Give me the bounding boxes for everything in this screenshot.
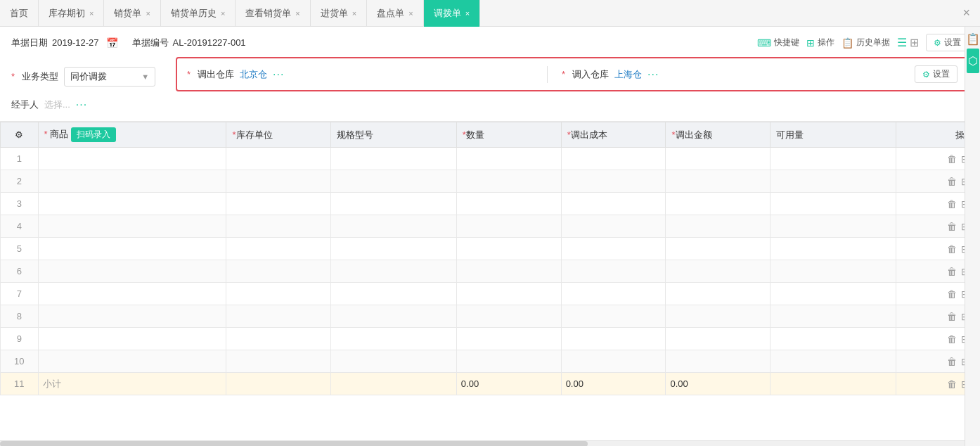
subtotal-delete-icon[interactable]: 🗑	[947, 378, 957, 390]
available-cell[interactable]	[771, 193, 896, 215]
cost-cell[interactable]	[561, 350, 666, 373]
unit-cell[interactable]	[226, 170, 331, 193]
qty-cell[interactable]	[456, 260, 561, 283]
in-warehouse-more-button[interactable]: ···	[647, 68, 659, 81]
row-delete-icon[interactable]: 🗑	[947, 198, 957, 210]
row-delete-icon[interactable]: 🗑	[947, 356, 957, 367]
product-cell[interactable]	[38, 260, 226, 283]
product-cell[interactable]	[38, 305, 226, 328]
spec-cell[interactable]	[331, 283, 457, 305]
product-cell[interactable]	[38, 148, 226, 170]
cost-cell[interactable]	[561, 305, 666, 328]
tab-purchase[interactable]: 进货单 ×	[311, 0, 367, 27]
row-delete-icon[interactable]: 🗑	[947, 153, 957, 165]
window-close-button[interactable]: ×	[955, 6, 977, 20]
spec-cell[interactable]	[331, 350, 457, 373]
product-cell[interactable]	[38, 170, 226, 193]
table-scroll-area[interactable]: ⚙ * 商品 扫码录入 *库存单位 规格型号 *数量 *调出	[0, 122, 980, 440]
amount-cell[interactable]	[666, 283, 771, 305]
tab-sales-order[interactable]: 销货单 ×	[104, 0, 160, 27]
row-delete-icon[interactable]: 🗑	[947, 176, 957, 187]
available-cell[interactable]	[771, 148, 896, 170]
unit-cell[interactable]	[226, 305, 331, 328]
out-warehouse-more-button[interactable]: ···	[273, 68, 284, 81]
warehouse-setting-button[interactable]: ⚙ 设置	[915, 65, 958, 83]
col-settings[interactable]: ⚙	[1, 122, 39, 148]
spec-cell[interactable]	[331, 193, 457, 215]
row-delete-icon[interactable]: 🗑	[947, 243, 957, 255]
spec-cell[interactable]	[331, 170, 457, 193]
handler-more-button[interactable]: ···	[76, 98, 87, 111]
unit-cell[interactable]	[226, 148, 331, 170]
available-cell[interactable]	[771, 238, 896, 260]
tab-inventory-init[interactable]: 库存期初 ×	[39, 0, 104, 27]
available-cell[interactable]	[771, 215, 896, 238]
unit-cell[interactable]	[226, 238, 331, 260]
qty-cell[interactable]	[456, 193, 561, 215]
unit-cell[interactable]	[226, 283, 331, 305]
amount-cell[interactable]	[666, 238, 771, 260]
amount-cell[interactable]	[666, 305, 771, 328]
qty-cell[interactable]	[456, 170, 561, 193]
layout-grid-icon[interactable]: ⊞	[910, 36, 919, 49]
business-type-select[interactable]: 同价调拨 ▼	[64, 67, 155, 87]
available-cell[interactable]	[771, 328, 896, 350]
qty-cell[interactable]	[456, 328, 561, 350]
product-cell[interactable]	[38, 328, 226, 350]
unit-cell[interactable]	[226, 215, 331, 238]
cost-cell[interactable]	[561, 148, 666, 170]
qty-cell[interactable]	[456, 148, 561, 170]
cost-cell[interactable]	[561, 215, 666, 238]
cost-cell[interactable]	[561, 238, 666, 260]
amount-cell[interactable]	[666, 260, 771, 283]
spec-cell[interactable]	[331, 148, 457, 170]
cost-cell[interactable]	[561, 193, 666, 215]
tab-stocktake-close[interactable]: ×	[408, 9, 413, 18]
tab-sales-history[interactable]: 销货单历史 ×	[161, 0, 236, 27]
unit-cell[interactable]	[226, 328, 331, 350]
amount-cell[interactable]	[666, 350, 771, 373]
layout-list-icon[interactable]: ☰	[897, 36, 907, 49]
row-delete-icon[interactable]: 🗑	[947, 266, 957, 277]
tab-stocktake[interactable]: 盘点单 ×	[367, 0, 423, 27]
amount-cell[interactable]	[666, 328, 771, 350]
setting-button[interactable]: ⚙ 设置	[926, 34, 969, 51]
qty-cell[interactable]	[456, 283, 561, 305]
spec-cell[interactable]	[331, 260, 457, 283]
product-cell[interactable]	[38, 283, 226, 305]
qty-cell[interactable]	[456, 238, 561, 260]
tab-sales-history-close[interactable]: ×	[221, 9, 225, 18]
tab-inventory-init-close[interactable]: ×	[89, 9, 94, 18]
available-cell[interactable]	[771, 170, 896, 193]
panel-note-icon[interactable]: 📋	[966, 32, 980, 46]
shortcut-button[interactable]: ⌨ 快捷键	[757, 37, 799, 49]
tab-view-sales[interactable]: 查看销货单 ×	[236, 0, 310, 27]
available-cell[interactable]	[771, 283, 896, 305]
product-cell[interactable]	[38, 238, 226, 260]
qty-cell[interactable]	[456, 215, 561, 238]
spec-cell[interactable]	[331, 305, 457, 328]
product-cell[interactable]	[38, 193, 226, 215]
amount-cell[interactable]	[666, 148, 771, 170]
tab-view-sales-close[interactable]: ×	[295, 9, 299, 18]
cost-cell[interactable]	[561, 260, 666, 283]
available-cell[interactable]	[771, 260, 896, 283]
qty-cell[interactable]	[456, 350, 561, 373]
history-button[interactable]: 📋 历史单据	[842, 37, 890, 49]
spec-cell[interactable]	[331, 238, 457, 260]
amount-cell[interactable]	[666, 193, 771, 215]
panel-expand-icon[interactable]: ⬡	[967, 49, 979, 73]
unit-cell[interactable]	[226, 350, 331, 373]
unit-cell[interactable]	[226, 193, 331, 215]
product-cell[interactable]	[38, 350, 226, 373]
qty-cell[interactable]	[456, 305, 561, 328]
handler-placeholder[interactable]: 选择...	[44, 98, 70, 111]
cost-cell[interactable]	[561, 170, 666, 193]
calendar-icon[interactable]: 📅	[106, 37, 118, 49]
scrollbar-thumb[interactable]	[0, 441, 588, 446]
tab-purchase-close[interactable]: ×	[352, 9, 356, 18]
tab-transfer[interactable]: 调拨单 ×	[424, 0, 480, 27]
row-delete-icon[interactable]: 🗑	[947, 333, 957, 345]
available-cell[interactable]	[771, 350, 896, 373]
unit-cell[interactable]	[226, 260, 331, 283]
